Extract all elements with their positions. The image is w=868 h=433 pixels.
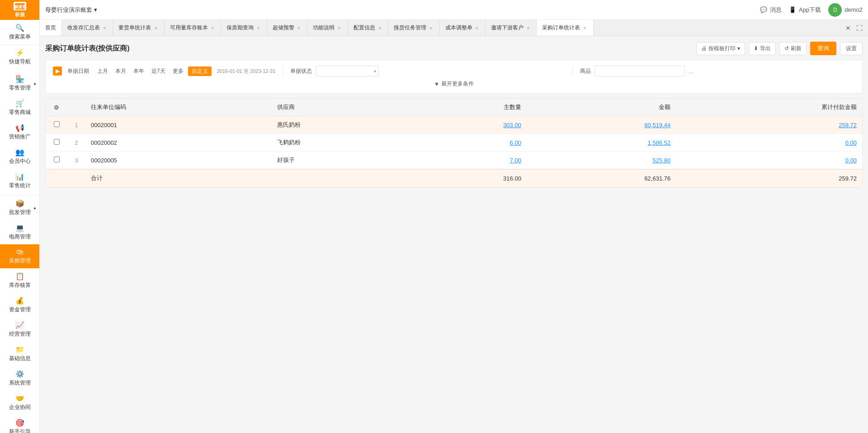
tab-tuohuorenwu-close[interactable]: ×	[428, 25, 434, 31]
export-button[interactable]: ⬇ 导出	[749, 42, 776, 55]
cell-checkbox[interactable]	[46, 134, 67, 152]
qty-link[interactable]: 303.00	[503, 122, 521, 128]
date-btn-7days[interactable]: 近7天	[149, 67, 168, 76]
qty-link[interactable]: 7.00	[510, 157, 521, 164]
sidebar-item-retail[interactable]: 🏪 零售管理	[0, 71, 39, 95]
paid-link[interactable]: 0.00	[845, 157, 857, 164]
tab-shoufahuizong-close[interactable]: ×	[102, 25, 107, 31]
date-btn-last-month[interactable]: 上月	[94, 67, 111, 76]
date-btn-more[interactable]: 更多	[170, 67, 186, 76]
sidebar-item-newguide[interactable]: 🎯 新手引导	[0, 415, 39, 433]
table-row[interactable]: 2 00020002 飞鹤奶粉 6.00 1,586.52 0.00	[46, 134, 862, 152]
table-body: 1 00020001 惠氏奶粉 303.00 60,519.44 259.72 …	[46, 116, 862, 170]
tab-gongnengshuo-close[interactable]: ×	[336, 25, 342, 31]
refresh-icon: ↺	[784, 45, 789, 52]
goods-input[interactable]	[594, 66, 685, 76]
logo-text: 标服	[15, 11, 25, 18]
sidebar-item-wholesale[interactable]: 📦 批发管理	[0, 195, 39, 220]
paid-link[interactable]: 259.72	[839, 122, 857, 128]
cell-checkbox[interactable]	[46, 116, 67, 134]
table-row[interactable]: 3 00020005 好孩子 7.00 525.80 0.00	[46, 152, 862, 170]
expand-button[interactable]: ▼ 展开更多条件	[434, 80, 474, 88]
sidebar-item-marketing[interactable]: 📢 营销推广	[0, 120, 39, 144]
filter-separator-1	[283, 67, 283, 76]
sidebar-item-member[interactable]: 👥 会员中心	[0, 144, 39, 169]
sidebar-item-retailstat[interactable]: 📊 零售统计	[0, 169, 39, 193]
sidebar-item-inventory[interactable]: 📋 库存核算	[0, 268, 39, 293]
template-print-button[interactable]: 🖨 按模板打印 ▾	[696, 42, 745, 55]
tab-keyongliang[interactable]: 可用量库存账本 ×	[165, 20, 221, 36]
tab-peizhixinxi[interactable]: 配置信息 ×	[348, 20, 388, 36]
row-checkbox[interactable]	[54, 157, 60, 162]
footer-row: 合计 316.00 62,631.76 259.72	[46, 169, 862, 187]
tab-keyongliang-close[interactable]: ×	[210, 25, 215, 31]
cell-num: 1	[67, 116, 85, 134]
tab-yaoqing[interactable]: 邀请下游客户 ×	[486, 20, 537, 36]
goods-more-icon[interactable]: ...	[689, 68, 693, 75]
tab-home[interactable]: 首页	[40, 20, 62, 36]
tab-caigoudingtantongji[interactable]: 采购订单统计表 ×	[537, 20, 593, 36]
tab-chenbentiaozhen[interactable]: 成本调整单 ×	[440, 20, 486, 36]
amount-link[interactable]: 1,586.52	[648, 139, 671, 146]
app-download-btn[interactable]: 📱 App下载	[789, 6, 821, 14]
sidebar-item-search[interactable]: 🔍 搜索菜单	[0, 20, 39, 45]
app-label: App下载	[799, 6, 821, 14]
operations-icon: 📈	[15, 321, 24, 329]
sidebar-item-system[interactable]: ⚙️ 系统管理	[0, 366, 39, 390]
tab-fullscreen-btn[interactable]: ⛶	[854, 24, 864, 33]
date-btn-custom[interactable]: 自定义	[188, 67, 212, 76]
tab-yaohuodantongji-close[interactable]: ×	[153, 25, 158, 31]
tab-baoshanqi-close[interactable]: ×	[255, 25, 261, 31]
cell-checkbox[interactable]	[46, 152, 67, 170]
tab-tuohuorenwu[interactable]: 拣货任务管理 ×	[388, 20, 439, 36]
date-btn-this-year[interactable]: 本年	[131, 67, 147, 76]
tab-chenbentiaozhen-close[interactable]: ×	[474, 25, 480, 31]
sidebar-item-operations[interactable]: 📈 经营管理	[0, 317, 39, 342]
user-menu[interactable]: D demo2	[828, 3, 863, 17]
tab-chaochuyu-close[interactable]: ×	[296, 25, 302, 31]
sidebar-item-purchase[interactable]: 🛍 采购管理	[0, 244, 39, 268]
th-qty: 主数量	[410, 99, 526, 116]
qty-link[interactable]: 6.00	[510, 139, 521, 146]
inventory-icon: 📋	[15, 272, 24, 281]
tab-baoshanqi[interactable]: 保质期查询 ×	[221, 20, 267, 36]
row-checkbox[interactable]	[54, 139, 60, 145]
settings-button[interactable]: 设置	[840, 42, 863, 55]
sidebar-item-label-retail: 零售管理	[9, 84, 31, 92]
tab-peizhixinxi-close[interactable]: ×	[377, 25, 382, 31]
tab-yaohuodantongji[interactable]: 要货单统计表 ×	[113, 20, 164, 36]
page-header: 采购订单统计表(按供应商) 🖨 按模板打印 ▾ ⬇ 导出 ↺ 刷新 查询	[45, 42, 863, 55]
filter-goods-group: 商品 ...	[580, 66, 855, 76]
message-btn[interactable]: 💬 消息	[760, 6, 782, 14]
tab-yaoqing-close[interactable]: ×	[525, 25, 531, 31]
cell-num: 2	[67, 134, 85, 152]
filter-toggle-button[interactable]: ▶	[53, 67, 62, 76]
ecommerce-icon: 💻	[15, 224, 24, 232]
print-icon: 🖨	[701, 45, 707, 52]
tab-close-all-btn[interactable]: ✕	[844, 24, 853, 33]
sidebar-item-quicknav[interactable]: ⚡ 快捷导航	[0, 45, 39, 69]
query-button[interactable]: 查询	[810, 42, 836, 55]
tab-chaochuyu[interactable]: 超储预警 ×	[267, 20, 307, 36]
account-label: 母婴行业演示账套	[45, 6, 92, 14]
account-dropdown[interactable]: 母婴行业演示账套 ▾	[45, 6, 97, 14]
sidebar-item-basic[interactable]: 📁 基础信息	[0, 342, 39, 366]
table-row[interactable]: 1 00020001 惠氏奶粉 303.00 60,519.44 259.72	[46, 116, 862, 134]
amount-link[interactable]: 525.80	[652, 157, 670, 164]
cell-unit-code: 00020005	[85, 152, 272, 170]
refresh-button[interactable]: ↺ 刷新	[779, 42, 807, 55]
date-btn-this-month[interactable]: 本月	[113, 67, 129, 76]
paid-link[interactable]: 0.00	[845, 139, 857, 146]
row-checkbox[interactable]	[54, 121, 60, 127]
topbar-right: 💬 消息 📱 App下载 D demo2	[760, 3, 863, 17]
sidebar-item-ecommerce[interactable]: 💻 电商管理	[0, 220, 39, 244]
amount-link[interactable]: 60,519.44	[644, 122, 670, 128]
sidebar-item-retailmall[interactable]: 🛒 零售商城	[0, 95, 39, 120]
sidebar-item-enterprise[interactable]: 🤝 企业协同	[0, 390, 39, 415]
tab-caigoudingtantongji-close[interactable]: ×	[582, 25, 587, 31]
th-settings[interactable]: ⚙	[46, 99, 67, 116]
status-select[interactable]	[316, 66, 379, 76]
sidebar-item-finance[interactable]: 💰 资金管理	[0, 293, 39, 317]
tab-shoufahuizong[interactable]: 收发存汇总表 ×	[62, 20, 113, 36]
tab-gongnengshuo[interactable]: 功能说明 ×	[307, 20, 348, 36]
